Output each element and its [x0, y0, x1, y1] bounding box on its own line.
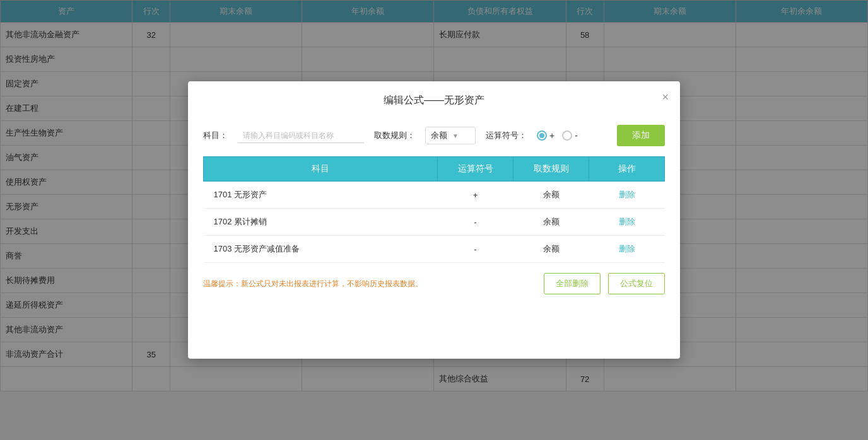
formula-rule-2: 余额 [513, 236, 589, 263]
dropdown-arrow-icon: ▼ [452, 132, 459, 139]
formula-row: 1703 无形资产减值准备 - 余额 删除 [204, 236, 665, 263]
radio-minus-circle [562, 130, 572, 141]
radio-plus-circle [537, 130, 547, 141]
formula-subject-0: 1701 无形资产 [204, 182, 438, 209]
subject-input[interactable] [238, 128, 364, 143]
modal-footer: 温馨提示：新公式只对未出报表进行计算，不影响历史报表数据。 全部删除 公式复位 [188, 263, 680, 299]
modal-overlay: 编辑公式——无形资产 × 科目： 取数规则： 余额 ▼ 运算符号： + - [0, 0, 868, 440]
formula-table-wrap: 科目 运算符号 取数规则 操作 1701 无形资产 + 余额 删除 [188, 156, 680, 263]
footer-buttons: 全部删除 公式复位 [544, 273, 665, 294]
operator-plus-label: + [549, 130, 554, 141]
operator-minus-radio[interactable]: - [562, 130, 578, 141]
operator-radio-group: + - [537, 130, 578, 141]
formula-subject-2: 1703 无形资产减值准备 [204, 236, 438, 263]
add-button[interactable]: 添加 [617, 125, 665, 146]
delete-all-button[interactable]: 全部删除 [544, 273, 601, 294]
formula-operator-1: - [438, 209, 513, 236]
formula-row: 1702 累计摊销 - 余额 删除 [204, 209, 665, 236]
delete-link-1[interactable]: 删除 [619, 217, 635, 226]
reset-formula-button[interactable]: 公式复位 [608, 273, 665, 294]
rule-value: 余额 [431, 130, 447, 141]
formula-subject-1: 1702 累计摊销 [204, 209, 438, 236]
formula-action-0: 删除 [589, 182, 665, 209]
modal-title: 编辑公式——无形资产 [384, 95, 484, 105]
formula-rule-1: 余额 [513, 209, 589, 236]
delete-link-2[interactable]: 删除 [619, 244, 635, 253]
modal-header: 编辑公式——无形资产 × [188, 81, 680, 117]
modal-close-button[interactable]: × [662, 91, 669, 103]
operator-plus-radio[interactable]: + [537, 130, 554, 141]
th-rule: 取数规则 [513, 157, 589, 182]
th-subject: 科目 [204, 157, 438, 182]
formula-operator-2: - [438, 236, 513, 263]
rule-select[interactable]: 余额 ▼ [425, 127, 476, 144]
subject-label: 科目： [203, 130, 228, 141]
delete-link-0[interactable]: 删除 [619, 190, 635, 199]
formula-table: 科目 运算符号 取数规则 操作 1701 无形资产 + 余额 删除 [203, 156, 665, 263]
rule-label: 取数规则： [374, 130, 415, 141]
th-operator: 运算符号 [438, 157, 513, 182]
formula-form-row: 科目： 取数规则： 余额 ▼ 运算符号： + - 添加 [188, 117, 680, 156]
th-action: 操作 [589, 157, 665, 182]
formula-row: 1701 无形资产 + 余额 删除 [204, 182, 665, 209]
footer-tip: 温馨提示：新公式只对未出报表进行计算，不影响历史报表数据。 [203, 279, 423, 289]
formula-action-2: 删除 [589, 236, 665, 263]
formula-rule-0: 余额 [513, 182, 589, 209]
formula-action-1: 删除 [589, 209, 665, 236]
formula-operator-0: + [438, 182, 513, 209]
operator-label: 运算符号： [486, 130, 527, 141]
operator-minus-label: - [575, 130, 578, 141]
edit-formula-modal: 编辑公式——无形资产 × 科目： 取数规则： 余额 ▼ 运算符号： + - [188, 81, 680, 359]
